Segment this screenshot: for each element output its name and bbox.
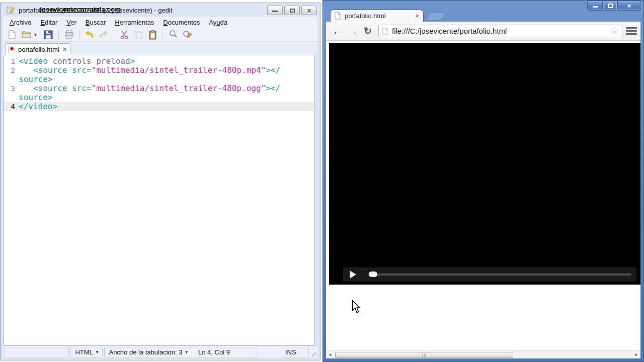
gedit-app-icon: [7, 6, 15, 14]
resize-grip[interactable]: [311, 351, 316, 356]
find-replace-button[interactable]: [181, 29, 193, 41]
hamburger-icon: [626, 27, 637, 29]
language-selector[interactable]: HTML ▾: [70, 347, 103, 357]
gedit-minimize-button[interactable]: [267, 6, 283, 15]
close-icon: ×: [618, 2, 640, 10]
chevron-down-icon: ▾: [96, 349, 99, 354]
code-row: 2 <source src="multimedia/sintel_trailer…: [4, 66, 314, 75]
print-button[interactable]: [63, 29, 75, 41]
mouse-cursor: [352, 300, 361, 314]
url-bar[interactable]: file:///C:/josevicente/portafolio.html ☆: [378, 25, 622, 37]
find-button[interactable]: [167, 29, 179, 41]
undo-button[interactable]: [84, 29, 96, 41]
statusbar-message-area: [5, 347, 69, 357]
gedit-titlebar[interactable]: portafolio.html (BOOTCAMP (C:) \josevice…: [3, 5, 318, 17]
scroll-right-icon[interactable]: ►: [632, 352, 640, 357]
chrome-close-button[interactable]: ×: [618, 1, 640, 10]
save-icon: [43, 30, 53, 40]
browser-viewport: [326, 41, 640, 350]
tab-width-selector[interactable]: Ancho de la tabulación: 3 ▾: [104, 347, 192, 357]
gedit-toolbar: ▾: [3, 28, 317, 42]
paste-icon: [147, 30, 157, 40]
tab-close-icon[interactable]: ×: [415, 12, 419, 20]
editor-code[interactable]: 1<video controls preload>2 <source src="…: [3, 55, 314, 345]
gedit-tab-portafolio[interactable]: portafolio.html ×: [5, 43, 70, 55]
line-number: 3: [4, 84, 19, 93]
menu-ayuda[interactable]: Ayuda: [204, 17, 232, 28]
chrome-tab-label: portafolio.html: [345, 12, 412, 20]
play-button-icon[interactable]: [350, 270, 356, 279]
chrome-toolbar: ← → ↻ file:///C:/josevicente/portafolio.…: [326, 22, 640, 41]
maximize-icon: [290, 9, 295, 13]
html5-video-player[interactable]: [329, 43, 640, 285]
line-number: 1: [4, 57, 19, 66]
gedit-tabbar: portafolio.html ×: [3, 42, 317, 55]
cut-icon: [119, 30, 129, 40]
copy-icon: [133, 30, 143, 40]
scrollbar-thumb[interactable]: [335, 352, 513, 358]
paste-button[interactable]: [146, 29, 158, 41]
reload-button[interactable]: ↻: [360, 25, 375, 37]
video-controls-bar: [343, 267, 636, 282]
gedit-close-button[interactable]: ×: [301, 6, 317, 15]
overwrite-mode-indicator: INS: [281, 347, 309, 357]
document-icon: [9, 46, 15, 53]
gedit-maximize-button[interactable]: [284, 6, 300, 15]
menu-buscar[interactable]: Buscar: [81, 17, 110, 28]
video-seek-bar[interactable]: [368, 272, 631, 278]
chrome-window: × portafolio.html × ← → ↻ file:///C:/jos…: [323, 0, 644, 362]
desktop: portafolio.html (BOOTCAMP (C:) \josevice…: [0, 0, 644, 362]
redo-button[interactable]: [98, 29, 110, 41]
save-button[interactable]: [42, 29, 54, 41]
new-document-icon: [7, 30, 17, 40]
redo-icon: [98, 29, 109, 40]
open-button[interactable]: [20, 29, 32, 41]
chrome-minimize-button[interactable]: [588, 1, 602, 10]
cut-button[interactable]: [118, 29, 130, 41]
menu-editar[interactable]: Editar: [36, 17, 62, 28]
watermark-text: josevicentecarratala.com: [40, 6, 121, 13]
find-icon: [168, 29, 179, 40]
chevron-down-icon: ▾: [185, 349, 188, 354]
menu-ver[interactable]: Ver: [62, 17, 81, 28]
line-number: 4: [4, 102, 19, 111]
gedit-statusbar: HTML ▾ Ancho de la tabulación: 3 ▾ Ln 4,…: [3, 345, 317, 358]
new-document-button[interactable]: [6, 29, 18, 41]
scroll-left-icon[interactable]: ◄: [326, 352, 334, 357]
open-folder-icon: [21, 29, 32, 40]
line-number: [4, 93, 19, 102]
menu-documentos[interactable]: Documentos: [158, 17, 204, 28]
minimize-icon: [272, 11, 278, 12]
seek-thumb[interactable]: [369, 272, 377, 277]
new-tab-button[interactable]: [426, 13, 446, 21]
menu-bar: ArchivoEditarVerBuscarHerramientasDocume…: [3, 17, 317, 28]
seek-track[interactable]: [368, 274, 631, 276]
gedit-tab-label: portafolio.html: [18, 46, 60, 53]
copy-button[interactable]: [132, 29, 144, 41]
chrome-menu-button[interactable]: [622, 27, 640, 35]
minimize-icon: [593, 6, 598, 8]
code-row: 1<video controls preload>: [4, 57, 314, 66]
chrome-maximize-button[interactable]: [603, 1, 617, 10]
code-row: source>: [4, 93, 314, 102]
horizontal-scrollbar[interactable]: ◄ ►: [326, 350, 640, 358]
line-number: [4, 75, 19, 84]
tab-close-icon[interactable]: ×: [63, 46, 67, 53]
open-dropdown-button[interactable]: ▾: [34, 29, 40, 41]
cursor-position: Ln 4, Col 9: [194, 347, 258, 357]
page-favicon-icon: [335, 12, 341, 20]
code-row: 4</video>: [4, 102, 314, 111]
forward-button[interactable]: →: [345, 25, 360, 37]
undo-icon: [84, 29, 95, 40]
bookmark-star-icon[interactable]: ☆: [611, 26, 618, 36]
url-text: file:///C:/josevicente/portafolio.html: [392, 27, 607, 35]
find-replace-icon: [182, 29, 193, 40]
menu-archivo[interactable]: Archivo: [5, 17, 36, 28]
gedit-window: portafolio.html (BOOTCAMP (C:) \josevice…: [0, 3, 320, 360]
line-number: 2: [4, 66, 19, 75]
code-row: source>: [4, 75, 314, 84]
print-icon: [64, 29, 74, 40]
menu-herramientas[interactable]: Herramientas: [110, 17, 158, 28]
chrome-tab-portafolio[interactable]: portafolio.html ×: [330, 10, 424, 22]
back-button[interactable]: ←: [330, 25, 345, 37]
